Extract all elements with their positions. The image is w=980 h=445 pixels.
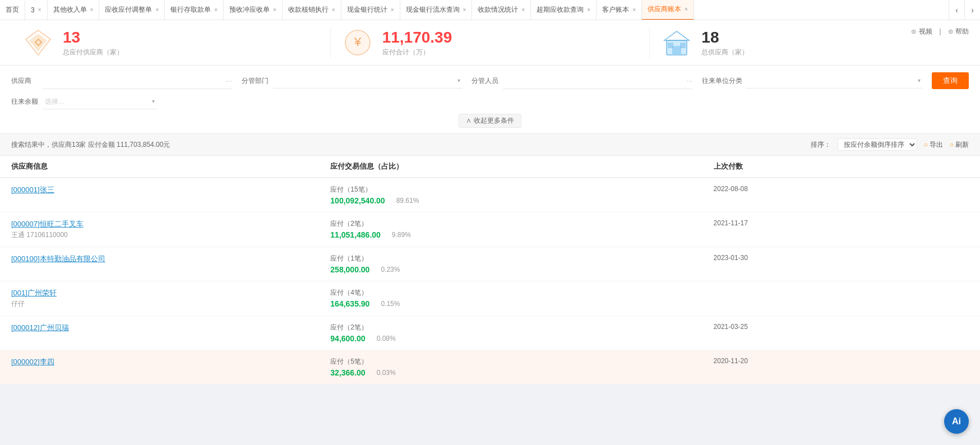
transaction-info-6: 应付（5笔） 32,366.00 0.03% <box>330 357 713 377</box>
nav-tab-other-income[interactable]: 其他收入单 × <box>48 0 100 20</box>
nav-prev-arrow[interactable]: ‹ <box>949 0 964 20</box>
person-input-wrapper: ··· <box>503 73 693 89</box>
supplier-name-link-6[interactable]: [000002]李四 <box>11 357 330 367</box>
filter-unit-class: 往来单位分类 ▾ <box>702 73 923 89</box>
last-pay-date-5: 2021-03-25 <box>714 323 748 331</box>
trans-pct-1: 89.61% <box>396 197 419 205</box>
nav-tab-3-label: 3 <box>31 6 35 14</box>
dept-select-wrapper: ▾ <box>273 73 463 89</box>
top-right-links: ⊙ 视频 ｜ ⊙ 帮助 <box>911 27 969 36</box>
summary-icon-diamond: ◇ <box>22 27 54 58</box>
nav-tab-ar-adjustment[interactable]: 应收应付调整单 × <box>99 0 165 20</box>
supplier-name-link-5[interactable]: [000012]广州贝瑞 <box>11 323 330 333</box>
sort-label: 排序： <box>811 140 831 150</box>
suppliers-label: 总应付供应商（家） <box>63 48 123 57</box>
nav-tab-cash-bank-flow[interactable]: 现金银行流水查询 × <box>400 0 473 20</box>
trans-detail-1: 应付（15笔） 100,092,540.00 89.61% <box>330 185 713 205</box>
nav-tab-receipt-verify[interactable]: 收款核销执行 × <box>283 0 341 20</box>
video-link[interactable]: ⊙ 视频 <box>911 27 932 36</box>
trans-detail-2: 应付（2笔） 11,051,486.00 9.89% <box>330 219 713 239</box>
supplier-name-link-4[interactable]: [001]广州荣轩 <box>11 288 330 298</box>
filter-area: 供应商 ··· 分管部门 ▾ 分管人员 ··· <box>0 66 980 134</box>
header-transaction: 应付交易信息（占比） <box>330 161 713 171</box>
refresh-button[interactable]: ○ 刷新 <box>950 140 969 150</box>
collapse-filter-button[interactable]: ∧ 收起更多条件 <box>459 114 521 128</box>
transaction-info-2: 应付（2笔） 11,051,486.00 9.89% <box>330 219 713 239</box>
trans-pct-3: 0.23% <box>381 266 400 274</box>
close-icon[interactable]: × <box>685 6 688 12</box>
result-summary-text: 搜索结果中，供应商13家 应付金额 111,703,854.00元 <box>11 140 170 150</box>
nav-tab-3[interactable]: 3 × <box>25 0 48 20</box>
trans-detail-6: 应付（5笔） 32,366.00 0.03% <box>330 357 713 377</box>
close-icon[interactable]: × <box>632 7 636 13</box>
nav-tab-prepay[interactable]: 预收冲应收单 × <box>224 0 283 20</box>
trans-detail-5: 应付（2笔） 94,600.00 0.08% <box>330 323 713 343</box>
nav-tab-home[interactable]: 首页 <box>0 0 25 20</box>
table-row: [000012]广州贝瑞 应付（2笔） 94,600.00 0.08% 2021… <box>0 316 980 350</box>
trans-amount-4[interactable]: 164,635.90 <box>330 299 369 308</box>
trans-label-6: 应付（5笔） <box>330 357 713 367</box>
export-button[interactable]: ○ 导出 <box>924 140 943 150</box>
close-icon[interactable]: × <box>463 7 466 13</box>
filter-person: 分管人员 ··· <box>471 73 693 89</box>
trans-pct-4: 0.15% <box>381 300 400 308</box>
sort-select[interactable]: 按应付余额倒序排序 <box>838 138 917 151</box>
nav-next-arrow[interactable]: › <box>964 0 980 20</box>
nav-tab-bank-deposit[interactable]: 银行存取款单 × <box>165 0 224 20</box>
table-row: [000100]本特勤油品有限公司 应付（1笔） 258,000.00 0.23… <box>0 247 980 281</box>
trans-amount-2[interactable]: 11,051,486.00 <box>330 230 381 239</box>
supplier-dots-icon[interactable]: ··· <box>226 76 233 85</box>
nav-tab-customer-account[interactable]: 客户账本 × <box>597 0 642 20</box>
person-dots-icon[interactable]: ··· <box>686 76 693 85</box>
trans-row-3: 258,000.00 0.23% <box>330 265 713 274</box>
unit-class-select[interactable] <box>746 73 923 89</box>
trans-row-1: 100,092,540.00 89.61% <box>330 196 713 205</box>
close-icon[interactable]: × <box>332 7 335 13</box>
close-icon[interactable]: × <box>587 7 590 13</box>
trans-amount-1[interactable]: 100,092,540.00 <box>330 196 385 205</box>
summary-text-suppliers: 13 总应付供应商（家） <box>63 28 123 58</box>
supplier-name-link-3[interactable]: [000100]本特勤油品有限公司 <box>11 254 330 264</box>
supplier-input[interactable] <box>43 73 226 89</box>
suppliers-count: 13 <box>63 28 123 47</box>
close-icon[interactable]: × <box>521 7 525 13</box>
trans-amount-5[interactable]: 94,600.00 <box>330 334 365 343</box>
help-link[interactable]: ⊙ 帮助 <box>948 27 969 36</box>
balance-select[interactable]: 选择... <box>43 94 157 109</box>
nav-tab-overdue-ar[interactable]: 超期应收款查询 × <box>531 0 597 20</box>
close-icon[interactable]: × <box>155 7 159 13</box>
filter-supplier: 供应商 ··· <box>11 73 233 89</box>
trans-pct-6: 0.03% <box>377 369 396 377</box>
trans-label-4: 应付（4笔） <box>330 288 713 298</box>
transaction-info-4: 应付（4笔） 164,635.90 0.15% <box>330 288 713 308</box>
sep: ｜ <box>937 27 944 36</box>
nav-tab-cash-bank-stats[interactable]: 现金银行统计 × <box>341 0 400 20</box>
summary-card-payable: ¥ 11,170.39 应付合计（万） <box>330 27 650 58</box>
close-icon[interactable]: × <box>391 7 394 13</box>
last-pay-date-2: 2021-11-17 <box>714 219 748 227</box>
close-icon[interactable]: × <box>273 7 276 13</box>
nav-tab-receipt-stats[interactable]: 收款情况统计 × <box>472 0 531 20</box>
filter-balance: 往来余额 选择... ▾ <box>11 94 157 109</box>
close-icon[interactable]: × <box>214 7 218 13</box>
query-button[interactable]: 查询 <box>932 72 969 89</box>
nav-tab-receipt-verify-label: 收款核销执行 <box>288 5 329 15</box>
supplier-filter-label: 供应商 <box>11 76 39 86</box>
close-icon[interactable]: × <box>38 7 41 13</box>
top-navigation: 首页 3 × 其他收入单 × 应收应付调整单 × 银行存取款单 × 预收冲应收单… <box>0 0 980 20</box>
transaction-info-1: 应付（15笔） 100,092,540.00 89.61% <box>330 185 713 205</box>
trans-amount-6[interactable]: 32,366.00 <box>330 368 365 377</box>
svg-rect-8 <box>668 43 673 48</box>
supplier-name-link-1[interactable]: [000001]张三 <box>11 185 330 195</box>
dept-select[interactable] <box>273 73 463 89</box>
supplier-name-link-2[interactable]: [000007]恒旺二手叉车 <box>11 219 330 229</box>
close-icon[interactable]: × <box>90 7 94 13</box>
svg-rect-7 <box>672 46 681 55</box>
table-row: [000001]张三 应付（15笔） 100,092,540.00 89.61%… <box>0 178 980 212</box>
trans-detail-4: 应付（4笔） 164,635.90 0.15% <box>330 288 713 308</box>
lastpay-3: 2023-01-30 <box>714 254 969 262</box>
trans-row-4: 164,635.90 0.15% <box>330 299 713 308</box>
nav-tab-supplier-account[interactable]: 供应商账本 × <box>642 0 694 20</box>
person-input[interactable] <box>503 73 686 89</box>
trans-amount-3[interactable]: 258,000.00 <box>330 265 369 274</box>
